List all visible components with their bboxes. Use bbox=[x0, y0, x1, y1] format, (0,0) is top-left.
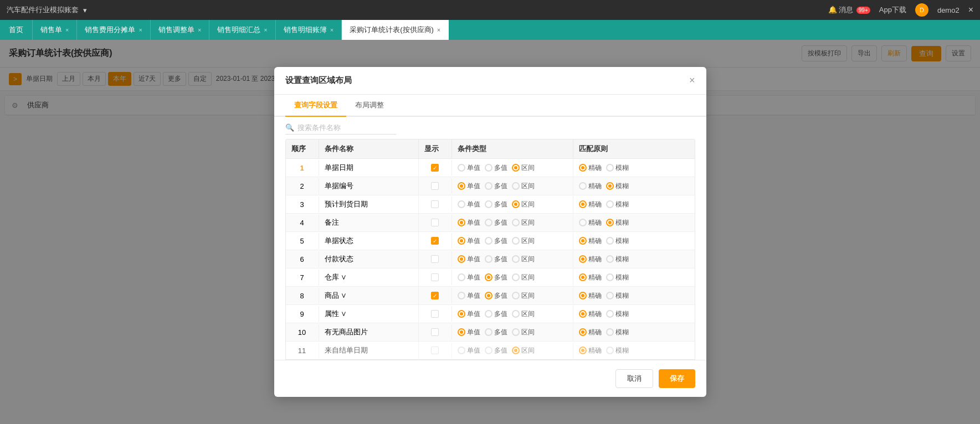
radio-exact-11[interactable]: 精确 bbox=[579, 346, 602, 355]
cell-show[interactable] bbox=[419, 215, 452, 230]
radio-multi-10[interactable]: 多值 bbox=[485, 328, 507, 337]
checkbox-row7[interactable] bbox=[431, 273, 439, 281]
radio-single-6[interactable]: 单值 bbox=[458, 255, 480, 264]
radio-range-11[interactable]: 区间 bbox=[512, 346, 535, 355]
tab-purchase-stat[interactable]: 采购订单统计表(按供应商) × bbox=[342, 20, 449, 40]
close-tab-sales-expense[interactable]: × bbox=[138, 27, 142, 33]
tab-home[interactable]: 首页 bbox=[0, 20, 33, 40]
close-tab-sales-ledger[interactable]: × bbox=[330, 27, 333, 33]
checkbox-row6[interactable] bbox=[431, 255, 439, 263]
tab-sales-ledger[interactable]: 销售明细账簿 × bbox=[276, 20, 342, 40]
radio-fuzzy-2[interactable]: 模糊 bbox=[606, 182, 629, 191]
radio-range-6[interactable]: 区间 bbox=[512, 255, 535, 264]
close-app-button[interactable]: × bbox=[968, 5, 973, 15]
notification-icon[interactable]: 🔔 消息 99+ bbox=[828, 5, 870, 15]
radio-multi-9[interactable]: 多值 bbox=[485, 309, 507, 319]
cell-show[interactable] bbox=[419, 306, 452, 322]
radio-single-9[interactable]: 单值 bbox=[458, 309, 480, 319]
radio-single-4[interactable]: 单值 bbox=[458, 218, 480, 227]
radio-multi-8[interactable]: 多值 bbox=[485, 291, 507, 301]
radio-multi-5[interactable]: 多值 bbox=[485, 236, 507, 246]
tab-sales-adjust[interactable]: 销售调整单 × bbox=[151, 20, 209, 40]
radio-fuzzy-3[interactable]: 模糊 bbox=[606, 200, 629, 209]
radio-fuzzy-11[interactable]: 模糊 bbox=[606, 346, 629, 355]
checkbox-row8[interactable] bbox=[431, 292, 439, 299]
radio-single-11[interactable]: 单值 bbox=[458, 346, 480, 355]
close-tab-purchase-stat[interactable]: × bbox=[437, 27, 440, 33]
cell-show[interactable] bbox=[419, 288, 452, 303]
save-button[interactable]: 保存 bbox=[659, 369, 695, 388]
cell-show[interactable] bbox=[419, 270, 452, 285]
radio-exact-8[interactable]: 精确 bbox=[579, 291, 602, 301]
radio-multi-6[interactable]: 多值 bbox=[485, 255, 507, 264]
radio-fuzzy-10[interactable]: 模糊 bbox=[606, 328, 629, 337]
cell-show[interactable] bbox=[419, 251, 452, 267]
radio-range-7[interactable]: 区间 bbox=[512, 273, 535, 282]
radio-exact-9[interactable]: 精确 bbox=[579, 309, 602, 319]
cell-show[interactable] bbox=[419, 324, 452, 340]
radio-multi-2[interactable]: 多值 bbox=[485, 182, 507, 191]
radio-exact-6[interactable]: 精确 bbox=[579, 255, 602, 264]
user-avatar[interactable]: D bbox=[915, 3, 928, 17]
cell-show[interactable] bbox=[419, 233, 452, 249]
radio-range-1[interactable]: 区间 bbox=[512, 163, 535, 173]
radio-multi-3[interactable]: 多值 bbox=[485, 200, 507, 209]
tab-sales-summary[interactable]: 销售明细汇总 × bbox=[209, 20, 275, 40]
checkbox-row10[interactable] bbox=[431, 328, 439, 336]
radio-fuzzy-4[interactable]: 模糊 bbox=[606, 218, 629, 227]
checkbox-row11[interactable] bbox=[431, 347, 439, 354]
radio-fuzzy-1[interactable]: 模糊 bbox=[606, 163, 629, 173]
cancel-button[interactable]: 取消 bbox=[615, 369, 653, 388]
radio-fuzzy-8[interactable]: 模糊 bbox=[606, 291, 629, 301]
radio-single-10[interactable]: 单值 bbox=[458, 328, 480, 337]
radio-single-1[interactable]: 单值 bbox=[458, 163, 480, 173]
checkbox-row2[interactable] bbox=[431, 182, 439, 190]
search-input[interactable] bbox=[297, 123, 386, 132]
radio-single-5[interactable]: 单值 bbox=[458, 236, 480, 246]
radio-exact-2[interactable]: 精确 bbox=[579, 182, 602, 191]
cell-show[interactable] bbox=[419, 343, 452, 358]
radio-exact-3[interactable]: 精确 bbox=[579, 200, 602, 209]
cell-show[interactable] bbox=[419, 197, 452, 212]
username[interactable]: demo2 bbox=[937, 6, 960, 14]
dialog-close-button[interactable]: × bbox=[689, 75, 695, 86]
radio-exact-4[interactable]: 精确 bbox=[579, 218, 602, 227]
cell-show[interactable] bbox=[419, 160, 452, 175]
tab-sales-order[interactable]: 销售单 × bbox=[33, 20, 77, 40]
radio-multi-1[interactable]: 多值 bbox=[485, 163, 507, 173]
radio-exact-7[interactable]: 精确 bbox=[579, 273, 602, 282]
checkbox-row1[interactable] bbox=[431, 164, 439, 172]
radio-single-3[interactable]: 单值 bbox=[458, 200, 480, 209]
dialog-tab-fields[interactable]: 查询字段设置 bbox=[285, 95, 346, 117]
checkbox-row4[interactable] bbox=[431, 219, 439, 226]
radio-multi-4[interactable]: 多值 bbox=[485, 218, 507, 227]
radio-fuzzy-7[interactable]: 模糊 bbox=[606, 273, 629, 282]
radio-single-8[interactable]: 单值 bbox=[458, 291, 480, 301]
cell-show[interactable] bbox=[419, 178, 452, 194]
tab-sales-expense[interactable]: 销售费用分摊单 × bbox=[77, 20, 150, 40]
radio-multi-11[interactable]: 多值 bbox=[485, 346, 507, 355]
radio-range-9[interactable]: 区间 bbox=[512, 309, 535, 319]
checkbox-row3[interactable] bbox=[431, 200, 439, 208]
radio-single-7[interactable]: 单值 bbox=[458, 273, 480, 282]
close-tab-sales-adjust[interactable]: × bbox=[198, 27, 201, 33]
radio-multi-7[interactable]: 多值 bbox=[485, 273, 507, 282]
radio-fuzzy-9[interactable]: 模糊 bbox=[606, 309, 629, 319]
radio-single-2[interactable]: 单值 bbox=[458, 182, 480, 191]
radio-range-5[interactable]: 区间 bbox=[512, 236, 535, 246]
radio-exact-5[interactable]: 精确 bbox=[579, 236, 602, 246]
radio-range-2[interactable]: 区间 bbox=[512, 182, 535, 191]
radio-range-4[interactable]: 区间 bbox=[512, 218, 535, 227]
close-tab-sales-summary[interactable]: × bbox=[264, 27, 267, 33]
radio-exact-10[interactable]: 精确 bbox=[579, 328, 602, 337]
app-download[interactable]: App下载 bbox=[879, 5, 906, 15]
dialog-tab-layout[interactable]: 布局调整 bbox=[346, 95, 393, 117]
radio-fuzzy-5[interactable]: 模糊 bbox=[606, 236, 629, 246]
radio-range-3[interactable]: 区间 bbox=[512, 200, 535, 209]
radio-range-10[interactable]: 区间 bbox=[512, 328, 535, 337]
checkbox-row5[interactable] bbox=[431, 237, 439, 245]
checkbox-row9[interactable] bbox=[431, 310, 439, 318]
radio-fuzzy-6[interactable]: 模糊 bbox=[606, 255, 629, 264]
close-tab-sales-order[interactable]: × bbox=[65, 27, 69, 33]
radio-exact-1[interactable]: 精确 bbox=[579, 163, 602, 173]
